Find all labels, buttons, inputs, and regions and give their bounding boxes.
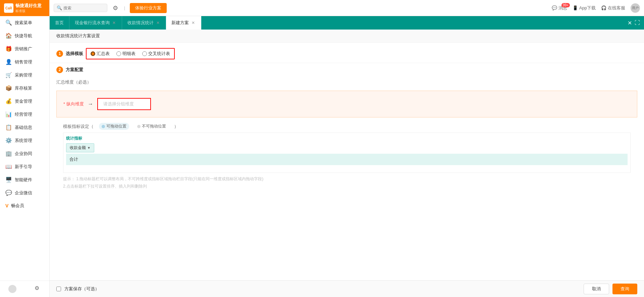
sidebar-bottom-user[interactable]: [0, 284, 25, 294]
sidebar-item-inventory[interactable]: 📦 库存核算: [0, 82, 49, 95]
dimension-row: * 纵向维度 → 请选择分组维度: [63, 98, 151, 110]
user-icon: 👤: [5, 59, 12, 65]
arrow-icon: →: [88, 101, 93, 107]
industry-btn[interactable]: 体验行业方案: [130, 3, 167, 13]
search-icon: 🔍: [57, 5, 62, 10]
logo-text: 畅捷通好生意: [15, 3, 42, 9]
stat-section-label: 统计指标: [66, 136, 628, 141]
page-title: 收款情况统计方案设置: [50, 30, 644, 43]
tab-close-all-btn[interactable]: ✕: [628, 20, 632, 26]
stat-area: 统计指标 收款金额 ▼ 合计: [63, 133, 631, 173]
tab-new-plan[interactable]: 新建方案 ✕: [166, 16, 201, 30]
building-icon: 🏢: [5, 150, 12, 157]
step2-title: 方案配置: [66, 67, 83, 73]
tab-bank-close[interactable]: ✕: [112, 20, 116, 26]
search-input[interactable]: [63, 6, 97, 10]
non-draggable-badge: 不可拖动位置: [135, 123, 169, 130]
sidebar-item-basic[interactable]: 📋 基础信息: [0, 121, 49, 134]
topbar-search-box[interactable]: 🔍: [54, 4, 107, 12]
sidebar-item-hardware[interactable]: 🖥️ 智能硬件: [0, 173, 49, 186]
radio-group: 汇总表 明细表 交叉统计表: [91, 51, 170, 57]
draggable-dot: [102, 125, 105, 128]
cancel-button[interactable]: 取消: [584, 284, 609, 294]
tab-receipt-stat-close[interactable]: ✕: [156, 20, 160, 26]
sidebar-item-wechat[interactable]: 💬 企业微信: [0, 186, 49, 199]
tabbar: 首页 现金银行流水查询 ✕ 收款情况统计 ✕ 新建方案 ✕ ✕ ⛶: [50, 16, 644, 30]
radio-detail[interactable]: 明细表: [116, 51, 136, 57]
sidebar-item-purchase[interactable]: 🛒 采购管理: [0, 68, 49, 82]
radio-cross[interactable]: 交叉统计表: [142, 51, 170, 57]
stat-tag-amount[interactable]: 收款金额 ▼: [66, 143, 94, 152]
template-options: 汇总表 明细表 交叉统计表: [86, 48, 175, 59]
logo-sub: 标准版: [15, 9, 42, 13]
monitor-icon: 🖥️: [5, 177, 12, 183]
sidebar-bottom: ⚙: [0, 281, 49, 297]
sidebar-item-enterprise[interactable]: 🏢 企业协同: [0, 147, 49, 160]
step2-circle: 2: [56, 66, 63, 73]
chevron-down-icon: ▼: [87, 146, 91, 150]
step1-circle: 1: [56, 50, 63, 57]
indicator-label: 模板指标设定（ 可拖动位置 不可拖动位置 ）: [63, 123, 631, 130]
sidebar-item-quick-nav[interactable]: 🏠 快捷导航: [0, 29, 49, 42]
sidebar: CaR 畅捷通好生意 标准版 🔍 搜索菜单 🏠 快捷导航 🎁 营销推广 👤 销售…: [0, 0, 50, 297]
sidebar-item-marketing[interactable]: 🎁 营销推广: [0, 42, 49, 55]
clipboard-icon: 📋: [5, 124, 12, 131]
settings-icon: ⚙️: [5, 137, 12, 144]
sidebar-item-finance[interactable]: 💰 资金管理: [0, 95, 49, 108]
sidebar-item-system[interactable]: ⚙️ 系统管理: [0, 134, 49, 147]
download-btn[interactable]: 📱 App下载: [573, 5, 596, 11]
member-icon: V: [5, 203, 8, 208]
tab-expand-btn[interactable]: ⛶: [635, 20, 640, 26]
message-btn[interactable]: 💬 消息 99+: [552, 5, 567, 11]
main-area: 🔍 ⚙ | 体验行业方案 💬 消息 99+ 📱 App下载 🎧 在线客服 用户: [50, 0, 644, 297]
box-icon: 📦: [5, 85, 12, 91]
service-btn[interactable]: 🎧 在线客服: [601, 5, 625, 11]
sidebar-item-newbie[interactable]: 📖 新手引导: [0, 160, 49, 173]
chat-icon: 💬: [5, 190, 12, 196]
radio-cross-input[interactable]: [142, 51, 147, 56]
gift-icon: 🎁: [5, 46, 12, 52]
query-button[interactable]: 查询: [612, 284, 637, 294]
sidebar-item-operation[interactable]: 📊 经营管理: [0, 108, 49, 121]
book-icon: 📖: [5, 163, 12, 170]
tab-bank[interactable]: 现金银行流水查询 ✕: [69, 16, 122, 30]
topbar: 🔍 ⚙ | 体验行业方案 💬 消息 99+ 📱 App下载 🎧 在线客服 用户: [50, 0, 644, 16]
dimension-select[interactable]: 请选择分组维度: [97, 98, 151, 110]
chart-icon: 📊: [5, 111, 12, 117]
sidebar-item-member[interactable]: V 畅会员: [0, 199, 49, 212]
tip-2: 2.点击标题栏下拉可设置排序、插入列和删除列: [63, 183, 631, 190]
logo-icon: CaR: [4, 3, 13, 13]
home-icon: 🏠: [5, 33, 12, 39]
config-section: 2 方案配置 汇总维度（必选） * 纵向维度 → 请选择分组维度: [50, 63, 644, 198]
tips-section: 提示： 1.拖动标题栏可以调整布局，不可跨维度或指标区域拖动栏目字段(只能在同一…: [56, 173, 637, 193]
tab-receipt-stat[interactable]: 收款情况统计 ✕: [122, 16, 166, 30]
sidebar-item-search[interactable]: 🔍 搜索菜单: [0, 16, 49, 29]
tab-home[interactable]: 首页: [50, 16, 69, 30]
radio-summary-input[interactable]: [91, 51, 95, 56]
save-checkbox[interactable]: [56, 287, 61, 291]
message-badge: 99+: [561, 3, 570, 7]
radio-detail-input[interactable]: [116, 51, 121, 56]
step1-title: 选择模板: [66, 51, 83, 57]
save-label: 方案保存（可选）: [64, 286, 99, 292]
content-area: 收款情况统计方案设置 1 选择模板 汇总表: [50, 30, 644, 297]
sidebar-item-sales[interactable]: 👤 销售管理: [0, 55, 49, 68]
radio-summary[interactable]: 汇总表: [91, 51, 110, 57]
template-section: 1 选择模板 汇总表 明细表: [50, 43, 644, 63]
cart-icon: 🛒: [5, 72, 12, 78]
dimension-box: * 纵向维度 → 请选择分组维度: [56, 91, 637, 117]
draggable-badge: 可拖动位置: [99, 123, 129, 130]
tab-new-plan-close[interactable]: ✕: [191, 20, 196, 26]
tip-1: 提示： 1.拖动标题栏可以调整布局，不可跨维度或指标区域拖动栏目字段(只能在同一…: [63, 176, 631, 183]
footer-actions: 取消 查询: [584, 284, 637, 294]
vertical-label: * 纵向维度: [63, 101, 84, 107]
headset-icon: 🎧: [601, 5, 606, 10]
sidebar-bottom-more[interactable]: ⚙: [25, 284, 50, 294]
indicator-section: 模板指标设定（ 可拖动位置 不可拖动位置 ） 统计指标: [56, 123, 637, 173]
user-avatar[interactable]: 用户: [631, 3, 640, 13]
summary-dimension-title: 汇总维度（必选）: [56, 77, 637, 88]
message-icon: 💬: [552, 5, 557, 10]
content-inner: 收款情况统计方案设置 1 选择模板 汇总表: [50, 30, 644, 280]
settings-gear-icon[interactable]: ⚙: [111, 3, 119, 13]
search-icon: 🔍: [5, 19, 12, 26]
